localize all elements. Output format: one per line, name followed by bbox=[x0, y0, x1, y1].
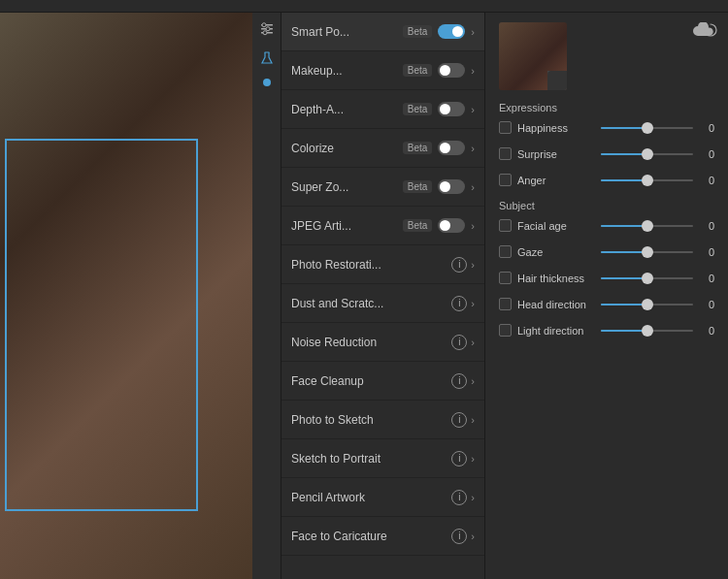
slider-label: Anger bbox=[517, 175, 595, 186]
chevron-icon: › bbox=[471, 414, 475, 426]
slider-checkbox[interactable] bbox=[499, 298, 512, 310]
beta-badge: Beta bbox=[403, 219, 433, 232]
chevron-icon: › bbox=[471, 492, 475, 503]
filter-name: Photo Restorati... bbox=[291, 258, 451, 272]
filter-item-sketch-to-portrait[interactable]: Sketch to Portraiti› bbox=[281, 439, 484, 478]
slider-label: Surprise bbox=[517, 148, 595, 160]
slider-value: 0 bbox=[699, 175, 714, 186]
beta-badge: Beta bbox=[403, 25, 433, 38]
slider-value: 0 bbox=[699, 299, 714, 310]
slider-label: Gaze bbox=[517, 246, 595, 258]
slider-row-facial-age: Facial age 0 bbox=[499, 219, 714, 232]
filter-list: Smart Po...Beta›Makeup...Beta›Depth-A...… bbox=[281, 13, 485, 579]
slider-value: 0 bbox=[699, 325, 714, 337]
filter-adjust-icon[interactable] bbox=[256, 18, 278, 40]
slider-row-hair-thickness: Hair thickness 0 bbox=[499, 272, 714, 284]
chevron-icon: › bbox=[471, 531, 475, 542]
filter-name: Super Zo... bbox=[291, 180, 403, 194]
slider-thumb[interactable] bbox=[642, 122, 653, 134]
filter-toggle[interactable] bbox=[438, 24, 465, 39]
slider-track[interactable] bbox=[601, 179, 693, 181]
chevron-icon: › bbox=[471, 453, 475, 465]
filter-toggle[interactable] bbox=[438, 63, 465, 78]
slider-checkbox[interactable] bbox=[499, 121, 512, 134]
slider-checkbox[interactable] bbox=[499, 219, 512, 232]
info-icon[interactable]: i bbox=[451, 257, 467, 273]
chevron-icon: › bbox=[471, 181, 475, 193]
slider-value: 0 bbox=[699, 246, 714, 258]
info-icon[interactable]: i bbox=[451, 296, 467, 311]
filter-item-depth-aware[interactable]: Depth-A...Beta› bbox=[281, 90, 484, 129]
slider-label: Hair thickness bbox=[517, 273, 595, 284]
info-icon[interactable]: i bbox=[451, 490, 467, 505]
slider-checkbox[interactable] bbox=[499, 245, 512, 258]
filter-name: Makeup... bbox=[291, 64, 403, 78]
chevron-icon: › bbox=[471, 26, 475, 38]
filter-item-colorize[interactable]: ColorizeBeta› bbox=[281, 129, 484, 168]
filter-toggle[interactable] bbox=[438, 102, 465, 116]
thumb-expand-icon[interactable]: ▾ bbox=[547, 71, 567, 90]
slider-checkbox[interactable] bbox=[499, 324, 512, 337]
info-icon[interactable]: i bbox=[451, 335, 467, 350]
slider-thumb[interactable] bbox=[642, 246, 653, 258]
active-dot bbox=[263, 79, 271, 86]
info-icon[interactable]: i bbox=[451, 529, 467, 544]
filter-name: Face to Caricature bbox=[291, 530, 451, 543]
undo-icon[interactable] bbox=[703, 22, 718, 41]
preview-thumbnail: ▾ bbox=[499, 22, 567, 90]
slider-checkbox[interactable] bbox=[499, 272, 512, 284]
info-icon[interactable]: i bbox=[451, 451, 467, 466]
slider-row-happiness: Happiness 0 bbox=[499, 121, 714, 134]
neural-filters-panel: Smart Po...Beta›Makeup...Beta›Depth-A...… bbox=[281, 13, 728, 579]
slider-checkbox[interactable] bbox=[499, 174, 512, 186]
canvas-image bbox=[0, 13, 252, 579]
beta-badge: Beta bbox=[403, 142, 433, 154]
info-icon[interactable]: i bbox=[451, 373, 467, 389]
slider-track[interactable] bbox=[601, 330, 693, 332]
flask-icon[interactable] bbox=[256, 48, 278, 69]
slider-value: 0 bbox=[699, 220, 714, 232]
slider-track[interactable] bbox=[601, 304, 693, 306]
slider-thumb[interactable] bbox=[642, 325, 653, 337]
slider-track[interactable] bbox=[601, 127, 693, 129]
filter-item-face-cleanup[interactable]: Face Cleanupi› bbox=[281, 362, 484, 401]
chevron-icon: › bbox=[471, 65, 475, 77]
slider-track[interactable] bbox=[601, 251, 693, 253]
filter-item-photo-restoration[interactable]: Photo Restorati...i› bbox=[281, 245, 484, 284]
filter-item-smart-portrait[interactable]: Smart Po...Beta› bbox=[281, 13, 484, 51]
section-label-0: Expressions bbox=[499, 102, 714, 113]
filter-item-super-zoom[interactable]: Super Zo...Beta› bbox=[281, 168, 484, 207]
filter-toggle[interactable] bbox=[438, 141, 465, 155]
filter-item-noise-reduction[interactable]: Noise Reductioni› bbox=[281, 323, 484, 362]
beta-badge: Beta bbox=[403, 180, 433, 193]
filter-item-jpeg-artifacts[interactable]: JPEG Arti...Beta› bbox=[281, 207, 484, 245]
filter-name: Photo to Sketch bbox=[291, 413, 451, 427]
filter-item-dust-scratch[interactable]: Dust and Scratc...i› bbox=[281, 284, 484, 323]
slider-checkbox[interactable] bbox=[499, 147, 512, 160]
filter-item-pencil-artwork[interactable]: Pencil Artworki› bbox=[281, 478, 484, 517]
slider-track[interactable] bbox=[601, 277, 693, 279]
slider-value: 0 bbox=[699, 148, 714, 160]
filter-item-makeup[interactable]: Makeup...Beta› bbox=[281, 51, 484, 90]
slider-thumb[interactable] bbox=[642, 175, 653, 186]
filter-item-face-to-caricature[interactable]: Face to Caricaturei› bbox=[281, 517, 484, 556]
slider-thumb[interactable] bbox=[642, 299, 653, 310]
filter-name: Pencil Artwork bbox=[291, 491, 451, 504]
slider-thumb[interactable] bbox=[642, 220, 653, 232]
filter-item-photo-to-sketch[interactable]: Photo to Sketchi› bbox=[281, 401, 484, 439]
slider-row-gaze: Gaze 0 bbox=[499, 245, 714, 258]
slider-value: 0 bbox=[699, 122, 714, 134]
slider-track[interactable] bbox=[601, 153, 693, 155]
filter-toggle[interactable] bbox=[438, 218, 465, 233]
filter-toggle[interactable] bbox=[438, 179, 465, 194]
slider-thumb[interactable] bbox=[642, 273, 653, 284]
slider-label: Facial age bbox=[517, 220, 595, 232]
settings-panel: ▾ bbox=[485, 13, 728, 579]
svg-point-5 bbox=[263, 31, 267, 35]
slider-track[interactable] bbox=[601, 225, 693, 227]
filter-name: Colorize bbox=[291, 142, 403, 155]
cloud-info bbox=[577, 22, 714, 42]
info-icon[interactable]: i bbox=[451, 412, 467, 428]
filter-name: Smart Po... bbox=[291, 25, 403, 39]
slider-thumb[interactable] bbox=[642, 148, 653, 160]
